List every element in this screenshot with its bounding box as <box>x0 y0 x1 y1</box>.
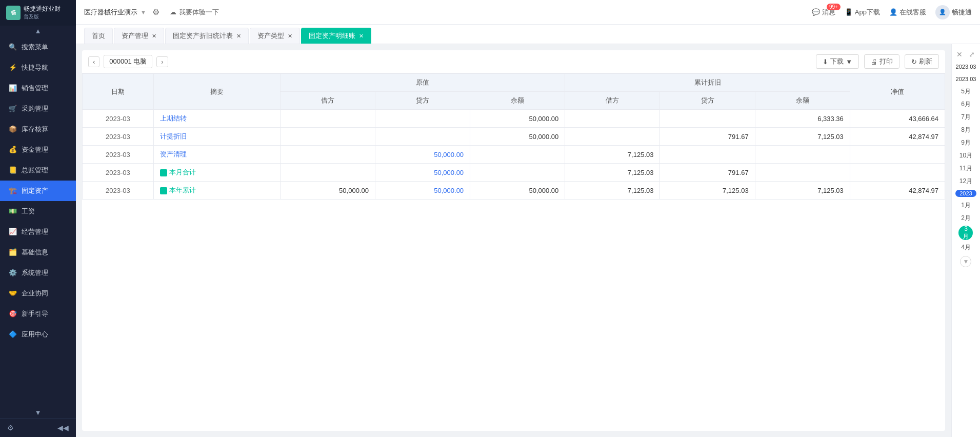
collapse-sidebar-button[interactable]: ◀◀ <box>57 424 69 432</box>
experience-button[interactable]: ☁ 我要体验一下 <box>170 8 219 17</box>
notifications-button[interactable]: 💬 消息 99+ <box>812 8 835 17</box>
tab-close-asset-management[interactable]: ✕ <box>152 33 156 39</box>
cell-date: 2023-03 <box>83 164 154 182</box>
menu-label-funds: 资金管理 <box>22 145 48 154</box>
cell-net-value <box>850 146 945 164</box>
menu-label-sales: 销售管理 <box>22 84 48 93</box>
tab-asset-management[interactable]: 资产管理✕ <box>114 28 164 44</box>
cell-date: 2023-03 <box>83 182 154 200</box>
panel-month-prev-10月[interactable]: 10月 <box>955 149 976 162</box>
tab-close-depreciation-stats[interactable]: ✕ <box>236 33 241 39</box>
tab-home[interactable]: 首页 <box>84 28 113 44</box>
sidebar-item-system[interactable]: ⚙️系统管理 <box>0 263 76 283</box>
download-chevron-icon: ▼ <box>846 58 852 66</box>
sidebar-item-funds[interactable]: 💰资金管理 <box>0 140 76 160</box>
print-label: 打印 <box>879 57 893 66</box>
sidebar-item-app-center[interactable]: 🔷应用中心 <box>0 324 76 345</box>
print-button[interactable]: 🖨 打印 <box>864 54 899 69</box>
table-row: 2023-03 上期结转 50,000.00 6,333.36 43,666.6… <box>83 110 945 128</box>
panel-month-prev-5月[interactable]: 5月 <box>955 85 976 98</box>
menu-icon-sales: 📊 <box>8 84 17 93</box>
menu-label-quick-nav: 快捷导航 <box>22 63 48 72</box>
app-download-button[interactable]: 📱 App下载 <box>845 8 880 17</box>
content-area: ‹ 000001 电脑 › ⬇ 下载 ▼ 🖨 打印 ↻ 刷新 <box>76 44 980 437</box>
panel-date-header-1: 2023.03 <box>954 61 978 73</box>
menu-label-basic-info: 基础信息 <box>22 248 48 257</box>
panel-month-prev-8月[interactable]: 8月 <box>955 124 976 136</box>
cell-summary: 本年累计 <box>153 182 280 200</box>
sidebar-item-basic-info[interactable]: 🗂️基础信息 <box>0 242 76 263</box>
sidebar-item-fixed-assets[interactable]: 🏗️固定资产 <box>0 181 76 201</box>
cell-summary: 计提折旧 <box>153 128 280 146</box>
panel-month-2月[interactable]: 2月 <box>955 212 976 225</box>
download-button[interactable]: ⬇ 下载 ▼ <box>816 54 859 69</box>
panel-month-prev-6月[interactable]: 6月 <box>955 98 976 111</box>
cell-accum-debit: 7,125.03 <box>565 164 660 182</box>
sidebar-menu: 🔍搜索菜单⚡快捷导航📊销售管理🛒采购管理📦库存核算💰资金管理📒总账管理🏗️固定资… <box>0 37 76 407</box>
app-download-icon: 📱 <box>845 8 853 16</box>
cell-date: 2023-03 <box>83 146 154 164</box>
menu-label-system: 系统管理 <box>22 268 48 277</box>
tab-label-asset-management: 资产管理 <box>122 31 148 41</box>
download-icon: ⬇ <box>823 58 828 66</box>
refresh-label: 刷新 <box>919 57 932 66</box>
cell-orig-credit: 50,000.00 <box>375 182 470 200</box>
experience-text: 我要体验一下 <box>179 8 219 17</box>
cell-orig-balance <box>470 164 565 182</box>
table-row: 2023-03 本年累计 50,000.00 50,000.00 50,000.… <box>83 182 945 200</box>
panel-month-3月[interactable]: 3月 <box>958 226 973 240</box>
sidebar-item-operations[interactable]: 📈经营管理 <box>0 222 76 242</box>
user-menu-button[interactable]: 👤 畅捷通 <box>935 5 972 19</box>
tab-asset-type[interactable]: 资产类型✕ <box>250 28 300 44</box>
sidebar-scroll-up[interactable]: ▲ <box>0 26 76 37</box>
tab-asset-detail[interactable]: 固定资产明细账✕ <box>301 28 371 44</box>
tab-close-asset-type[interactable]: ✕ <box>288 33 292 39</box>
menu-icon-operations: 📈 <box>8 227 17 236</box>
table-row: 2023-03 本月合计 50,000.00 7,125.03 791.67 <box>83 164 945 182</box>
sidebar-item-payroll[interactable]: 💵工资 <box>0 201 76 222</box>
menu-label-ledger: 总账管理 <box>22 166 48 175</box>
sidebar-item-sales[interactable]: 📊销售管理 <box>0 78 76 98</box>
panel-month-4月[interactable]: 4月 <box>955 241 976 254</box>
menu-icon-enterprise: 🤝 <box>8 289 17 298</box>
right-panel-months: 5月6月7月8月9月10月11月12月20231月2月3月4月▼ <box>955 85 976 269</box>
cell-accum-credit <box>660 110 755 128</box>
menu-label-search: 搜索菜单 <box>22 43 48 52</box>
menu-icon-purchase: 🛒 <box>8 104 17 113</box>
cell-orig-credit <box>375 110 470 128</box>
next-asset-button[interactable]: › <box>156 56 168 67</box>
sidebar-item-enterprise[interactable]: 🤝企业协同 <box>0 283 76 304</box>
summary-text: 本月合计 <box>169 168 196 176</box>
cell-orig-balance: 50,000.00 <box>470 128 565 146</box>
company-selector[interactable]: 医疗器械行业演示 ▼ <box>84 8 146 17</box>
panel-expand-icon[interactable]: ⤢ <box>967 48 977 61</box>
experience-cloud-icon: ☁ <box>170 8 176 16</box>
sidebar-item-purchase[interactable]: 🛒采购管理 <box>0 98 76 119</box>
sidebar-item-quick-nav[interactable]: ⚡快捷导航 <box>0 57 76 78</box>
panel-month-prev-7月[interactable]: 7月 <box>955 111 976 124</box>
tab-close-asset-detail[interactable]: ✕ <box>359 33 364 39</box>
panel-scroll-down-button[interactable]: ▼ <box>960 256 971 267</box>
cell-accum-credit <box>660 146 755 164</box>
panel-month-prev-9月[interactable]: 9月 <box>955 136 976 149</box>
tab-depreciation-stats[interactable]: 固定资产折旧统计表✕ <box>165 28 249 44</box>
panel-month-1月[interactable]: 1月 <box>955 199 976 212</box>
topbar-settings-icon[interactable]: ⚙ <box>152 7 159 17</box>
cell-accum-credit: 791.67 <box>660 128 755 146</box>
settings-icon[interactable]: ⚙ <box>7 424 14 432</box>
panel-close-icon[interactable]: ✕ <box>954 48 965 61</box>
panel-month-prev-12月[interactable]: 12月 <box>955 175 976 188</box>
online-service-button[interactable]: 👤 在线客服 <box>889 8 926 17</box>
sidebar-item-inventory[interactable]: 📦库存核算 <box>0 119 76 140</box>
prev-asset-button[interactable]: ‹ <box>88 56 99 67</box>
sidebar-item-guide[interactable]: 🎯新手引导 <box>0 304 76 324</box>
refresh-button[interactable]: ↻ 刷新 <box>905 54 939 69</box>
sidebar-item-ledger[interactable]: 📒总账管理 <box>0 160 76 181</box>
sidebar: 畅 畅捷通好业财 普及版 ▲ 🔍搜索菜单⚡快捷导航📊销售管理🛒采购管理📦库存核算… <box>0 0 76 437</box>
sidebar-scroll-down[interactable]: ▼ <box>0 407 76 418</box>
ledger-table: 日期 摘要 原值 累计折旧 净值 借方 贷方 余额 借方 贷方 余额 <box>82 73 945 200</box>
cell-accum-debit: 7,125.03 <box>565 146 660 164</box>
sidebar-item-search[interactable]: 🔍搜索菜单 <box>0 37 76 57</box>
panel-month-prev-11月[interactable]: 11月 <box>955 162 976 175</box>
cell-date: 2023-03 <box>83 110 154 128</box>
